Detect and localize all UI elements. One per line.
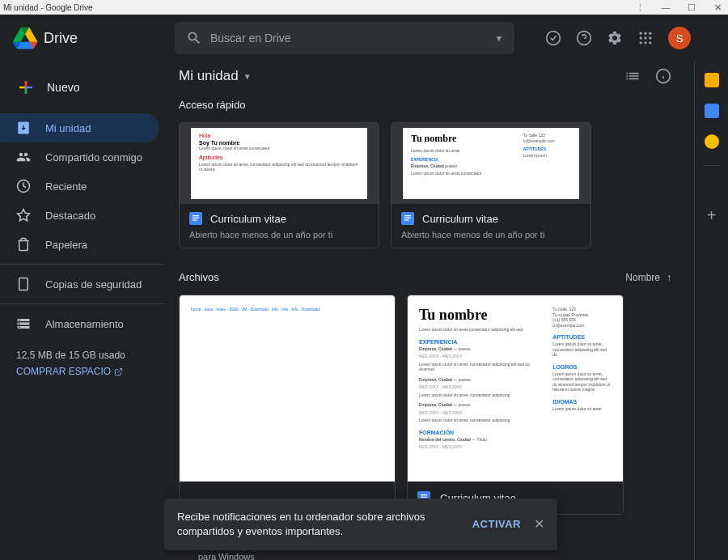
file-name: Curriculum vitae (422, 213, 498, 225)
sidebar-item-label: Reciente (45, 180, 87, 193)
sidebar-item-trash[interactable]: Papelera (0, 230, 164, 259)
svg-point-5 (640, 36, 642, 39)
quick-card[interactable]: Hola Soy Tu nombre Lorem ipsum dolor sit… (179, 122, 379, 248)
scrollbar[interactable] (686, 62, 694, 560)
sidebar-item-shared[interactable]: Compartido conmigo (0, 142, 164, 172)
view-actions (624, 68, 671, 84)
backup-icon (16, 277, 31, 291)
sidebar-item-label: Destacado (45, 210, 95, 222)
sidebar-item-label: Mi unidad (45, 122, 91, 134)
svg-rect-17 (193, 219, 197, 220)
svg-rect-15 (193, 215, 199, 216)
sidebar-item-label: Copias de seguridad (45, 278, 142, 291)
maximize-icon[interactable]: ☐ (684, 2, 699, 13)
apps-icon[interactable] (637, 30, 654, 46)
storage-info: 12,5 MB de 15 GB usado COMPRAR ESPACIO (0, 338, 164, 384)
offline-icon[interactable] (545, 30, 561, 46)
file-card[interactable]: home · docs · index · 2020 · JM · Downlo… (179, 295, 396, 515)
side-panel: + (694, 62, 728, 560)
quick-card[interactable]: Tu nombre Lorem ipsum dolor sit amet EXP… (391, 122, 591, 248)
file-name: Curriculum vitae (210, 213, 286, 225)
svg-point-10 (649, 41, 651, 44)
minimize-icon[interactable]: — (658, 2, 673, 12)
window-controls: ⋮ — ☐ ✕ (633, 2, 725, 13)
sidebar-item-mydrive[interactable]: Mi unidad (0, 113, 159, 142)
main-content: Mi unidad ▼ Acceso rápido Hola Soy Tu no… (164, 62, 686, 560)
docs-icon (401, 212, 414, 225)
mydrive-icon (16, 121, 31, 135)
notification-activate-button[interactable]: ACTIVAR (472, 518, 521, 530)
sidebar-item-backups[interactable]: Copias de seguridad (0, 269, 164, 299)
buy-storage-link[interactable]: COMPRAR ESPACIO (16, 366, 148, 377)
file-subtitle: Abierto hace menos de un año por ti (401, 230, 581, 240)
new-label: Nuevo (47, 81, 79, 94)
notification-toast: Recibe notificaciones en tu ordenador so… (164, 498, 557, 550)
sidebar-item-storage[interactable]: Almacenamiento (0, 309, 164, 338)
star-icon (16, 208, 31, 223)
quick-access-title: Acceso rápido (179, 99, 671, 111)
svg-point-0 (547, 32, 561, 45)
close-icon[interactable]: ✕ (710, 2, 725, 13)
search-icon (186, 30, 202, 46)
search-options-icon[interactable]: ▼ (495, 34, 503, 43)
chevron-down-icon: ▼ (243, 72, 252, 81)
search-bar[interactable]: ▼ (175, 22, 514, 54)
external-icon (114, 367, 123, 376)
header-actions: S (545, 27, 715, 49)
calendar-icon[interactable] (705, 73, 719, 87)
shared-icon (16, 150, 31, 164)
app-header: Drive ▼ S (0, 15, 728, 62)
recent-icon (16, 179, 31, 193)
thumbnail: home · docs · index · 2020 · JM · Downlo… (180, 295, 395, 482)
storage-used: 12,5 MB de 15 GB usado (16, 350, 148, 361)
thumbnail: Tu nombre Lorem ipsum dolor sit amet con… (408, 295, 623, 482)
storage-label: Almacenamiento (45, 318, 124, 330)
logo-text: Drive (44, 30, 78, 47)
file-grid: home · docs · index · 2020 · JM · Downlo… (179, 295, 671, 515)
tasks-icon[interactable] (705, 134, 719, 149)
help-icon[interactable] (576, 30, 592, 46)
svg-rect-23 (421, 494, 427, 495)
window-title: Mi unidad - Google Drive (3, 3, 633, 12)
search-input[interactable] (210, 32, 495, 45)
divider (0, 303, 164, 304)
breadcrumb-bar: Mi unidad ▼ (179, 68, 671, 84)
thumbnail: Tu nombre Lorem ipsum dolor sit amet EXP… (392, 123, 590, 204)
sidebar-item-starred[interactable]: Destacado (0, 201, 164, 230)
drive-icon (13, 26, 37, 50)
breadcrumb[interactable]: Mi unidad ▼ (179, 68, 252, 84)
quick-access-row: Hola Soy Tu nombre Lorem ipsum dolor sit… (179, 122, 671, 248)
file-subtitle: Abierto hace menos de un año por ti (189, 230, 369, 240)
settings-icon[interactable] (607, 30, 623, 46)
more-icon[interactable]: ⋮ (633, 2, 647, 13)
storage-icon (16, 316, 31, 331)
avatar[interactable]: S (668, 27, 691, 49)
svg-point-4 (649, 32, 651, 35)
sort-button[interactable]: Nombre ↑ (625, 272, 671, 283)
list-view-icon[interactable] (624, 68, 641, 84)
keep-icon[interactable] (705, 104, 719, 118)
arrow-up-icon: ↑ (667, 272, 671, 283)
window-titlebar: Mi unidad - Google Drive ⋮ — ☐ ✕ (0, 0, 728, 15)
svg-rect-16 (193, 218, 199, 218)
docs-icon (189, 212, 202, 225)
info-icon[interactable] (655, 68, 671, 84)
file-card[interactable]: Tu nombre Lorem ipsum dolor sit amet con… (407, 295, 624, 515)
svg-point-2 (640, 32, 642, 35)
divider (0, 264, 164, 265)
svg-point-6 (644, 36, 646, 39)
add-addon-icon[interactable]: + (707, 206, 717, 225)
notification-close-icon[interactable]: ✕ (534, 516, 544, 532)
sidebar-item-label: Papelera (45, 239, 87, 251)
svg-rect-20 (404, 218, 411, 218)
below-text: para Windows (198, 552, 255, 560)
sidebar-item-label: Compartido conmigo (45, 151, 142, 163)
new-button[interactable]: Nuevo (0, 70, 164, 105)
drive-logo[interactable]: Drive (13, 26, 175, 50)
thumbnail: Hola Soy Tu nombre Lorem ipsum dolor sit… (180, 123, 379, 204)
plus-icon (16, 78, 36, 97)
files-title: Archivos (179, 271, 219, 283)
svg-point-7 (649, 36, 651, 39)
notification-text: Recibe notificaciones en tu ordenador so… (177, 510, 459, 539)
sidebar-item-recent[interactable]: Reciente (0, 172, 164, 201)
